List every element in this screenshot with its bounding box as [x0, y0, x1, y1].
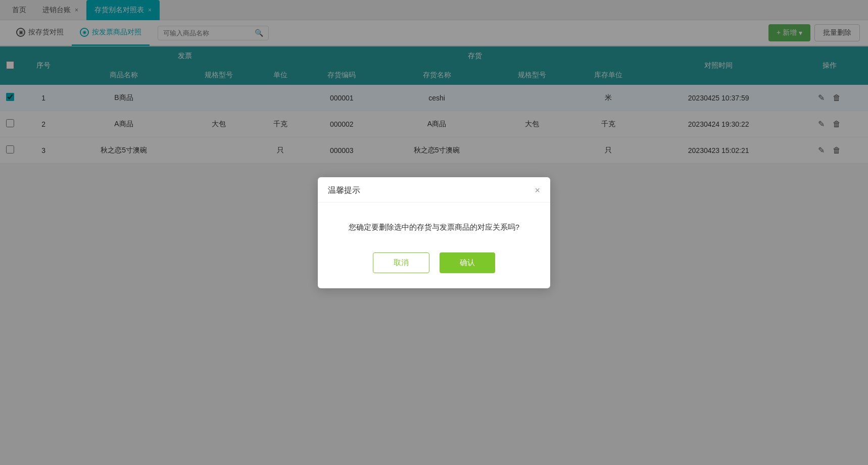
modal-overlay: 温馨提示 × 您确定要删除选中的存货与发票商品的对应关系吗? 取消 确认 — [0, 0, 868, 164]
